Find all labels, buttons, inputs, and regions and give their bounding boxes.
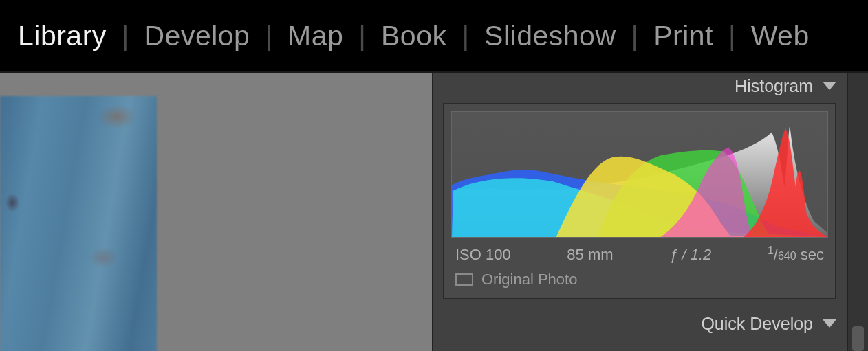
module-separator: |: [107, 20, 144, 52]
exif-iso: ISO 100: [455, 246, 511, 264]
module-library[interactable]: Library: [18, 20, 107, 52]
right-panel-scrollbar[interactable]: [847, 73, 868, 351]
workspace: Histogram: [0, 71, 868, 351]
quick-develop-title: Quick Develop: [701, 314, 813, 334]
exif-focal-length: 85 mm: [567, 246, 613, 264]
histogram-graph[interactable]: [451, 111, 828, 238]
original-photo-row: Original Photo: [451, 265, 828, 291]
histogram-panel: ISO 100 85 mm ƒ / 1.2 1/640 sec Original…: [443, 103, 836, 299]
module-separator: |: [713, 20, 751, 52]
module-separator: |: [343, 20, 381, 52]
original-photo-label: Original Photo: [481, 271, 577, 288]
module-picker: Library | Develop | Map | Book | Slidesh…: [18, 20, 810, 52]
module-separator: |: [446, 20, 484, 52]
original-photo-checkbox[interactable]: [455, 273, 473, 286]
quick-develop-panel-header[interactable]: Quick Develop: [433, 309, 868, 338]
module-separator: |: [616, 20, 654, 52]
exif-row: ISO 100 85 mm ƒ / 1.2 1/640 sec: [451, 238, 828, 265]
module-print[interactable]: Print: [653, 20, 713, 52]
histogram-panel-header[interactable]: Histogram: [433, 73, 868, 99]
right-panel: Histogram: [432, 73, 868, 351]
module-separator: |: [250, 20, 287, 52]
module-map[interactable]: Map: [287, 20, 343, 52]
module-slideshow[interactable]: Slideshow: [484, 20, 616, 52]
photo-preview: [0, 96, 157, 351]
image-canvas[interactable]: [0, 73, 432, 351]
module-book[interactable]: Book: [381, 20, 446, 52]
exif-aperture: ƒ / 1.2: [669, 246, 711, 264]
histogram-title: Histogram: [735, 76, 813, 96]
collapse-triangle-icon: [823, 82, 836, 90]
app-root: Library | Develop | Map | Book | Slidesh…: [0, 0, 868, 351]
collapse-triangle-icon: [823, 319, 836, 328]
module-web[interactable]: Web: [751, 20, 810, 52]
exif-shutter: 1/640 sec: [768, 245, 824, 264]
module-picker-bar: Library | Develop | Map | Book | Slidesh…: [0, 0, 868, 71]
module-develop[interactable]: Develop: [144, 20, 250, 52]
